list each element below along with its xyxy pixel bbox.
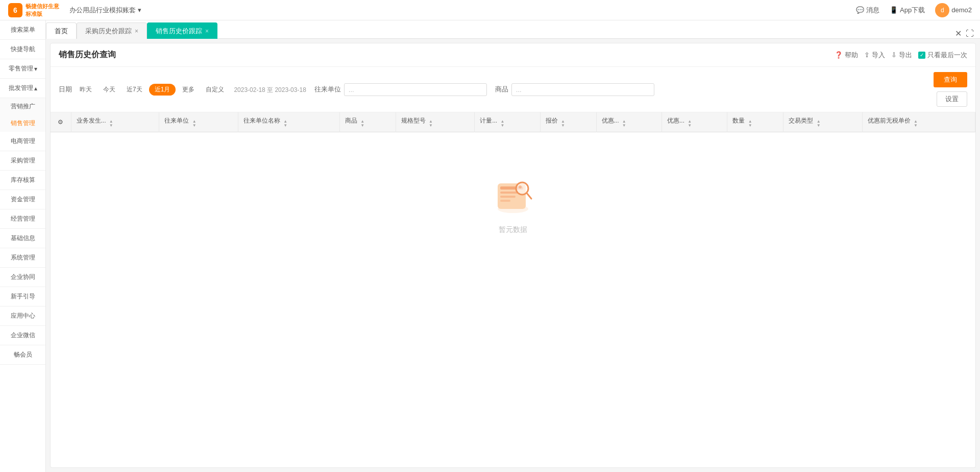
date-btn-yesterday[interactable]: 昨天: [75, 84, 96, 96]
close-tab-button[interactable]: ✕: [955, 29, 962, 38]
date-btn-7days[interactable]: 近7天: [122, 84, 147, 96]
sidebar-item-quick-nav[interactable]: 快捷导航: [0, 40, 45, 59]
sort-icon: ▲▼: [500, 120, 504, 128]
tab-close-sales-history[interactable]: ×: [205, 28, 209, 35]
page-content: 销售历史价查询 ❓ 帮助 ⇪ 导入 ⇩ 导出: [50, 43, 976, 468]
logo-area: 6 畅捷信好生意 标准版: [8, 3, 59, 17]
sort-icon: ▲▼: [192, 120, 197, 128]
date-btn-today[interactable]: 今天: [99, 84, 120, 96]
sidebar-item-marketing[interactable]: 营销推广: [0, 98, 45, 115]
import-button[interactable]: ⇪ 导入: [864, 51, 885, 60]
app-download-button[interactable]: 📱 App下载: [890, 6, 925, 15]
settings-button[interactable]: 设置: [937, 91, 967, 107]
sort-icon: ▲▼: [914, 120, 918, 128]
main-layout: 搜索菜单 快捷导航 零售管理 ▾ 批发管理 ▴ 营销推广 销售管理 电商管理 采…: [0, 20, 980, 472]
table-header-quantity[interactable]: 数量 ▲▼: [727, 112, 783, 132]
svg-line-7: [527, 193, 531, 199]
sidebar-item-search-menu[interactable]: 搜索菜单: [0, 20, 45, 40]
page-header-actions: ❓ 帮助 ⇪ 导入 ⇩ 导出 只看最后一次: [835, 51, 967, 60]
table-header-biz-date[interactable]: 业务发生... ▲▼: [71, 112, 159, 132]
sort-icon: ▲▼: [748, 120, 752, 128]
user-profile[interactable]: d demo2: [935, 3, 972, 17]
table-header-spec[interactable]: 规格型号 ▲▼: [396, 112, 474, 132]
date-btn-more[interactable]: 更多: [178, 84, 199, 96]
filter-actions: 查询 设置: [934, 72, 967, 107]
help-button[interactable]: ❓ 帮助: [835, 51, 858, 60]
sidebar-item-finance[interactable]: 资金管理: [0, 190, 45, 209]
app-selector[interactable]: 办公用品行业模拟账套 ▾: [69, 6, 141, 15]
table-header-goods[interactable]: 商品 ▲▼: [339, 112, 396, 132]
sidebar-item-system[interactable]: 系统管理: [0, 248, 45, 268]
sidebar-item-member[interactable]: 畅会员: [0, 345, 45, 365]
settings-icon: ⚙: [58, 119, 63, 126]
svg-rect-4: [500, 196, 516, 198]
table-header-partner-code[interactable]: 往来单位 ▲▼: [159, 112, 238, 132]
sort-icon: ▲▼: [360, 120, 364, 128]
sidebar-item-enterprise[interactable]: 企业协同: [0, 268, 45, 287]
table-header-settings[interactable]: ⚙: [51, 112, 71, 132]
topbar-left: 6 畅捷信好生意 标准版 办公用品行业模拟账套 ▾: [8, 3, 141, 17]
partner-label: 往来单位: [314, 85, 341, 94]
date-filter-group: 日期 昨天 今天 近7天 近1月 更多 自定义 2023-02-18 至 202…: [59, 84, 306, 96]
table-header-price[interactable]: 报价 ▲▼: [540, 112, 596, 132]
sidebar-item-basic-info[interactable]: 基础信息: [0, 229, 45, 248]
topbar: 6 畅捷信好生意 标准版 办公用品行业模拟账套 ▾ 💬 消息 📱 App下载 d…: [0, 0, 980, 20]
sort-icon: ▲▼: [283, 120, 287, 128]
svg-point-8: [519, 185, 522, 188]
sidebar-item-sales-mgmt[interactable]: 销售管理: [0, 115, 45, 132]
partner-filter-group: 往来单位 ...: [314, 83, 487, 96]
filter-bar: 日期 昨天 今天 近7天 近1月 更多 自定义 2023-02-18 至 202…: [51, 67, 975, 112]
checkbox-icon: [918, 52, 925, 59]
chevron-up-icon: ▴: [34, 85, 37, 92]
message-button[interactable]: 💬 消息: [856, 6, 879, 15]
page-header: 销售历史价查询 ❓ 帮助 ⇪ 导入 ⇩ 导出: [51, 43, 975, 67]
maximize-button[interactable]: ⛶: [966, 29, 974, 38]
sidebar-item-wechat[interactable]: 企业微信: [0, 326, 45, 345]
only-last-toggle[interactable]: 只看最后一次: [918, 51, 967, 60]
logo-icon: 6: [8, 3, 22, 17]
topbar-right: 💬 消息 📱 App下载 d demo2: [856, 3, 972, 17]
query-button[interactable]: 查询: [934, 72, 967, 87]
goods-filter-group: 商品 ...: [495, 83, 654, 96]
sidebar-item-inventory[interactable]: 库存核算: [0, 171, 45, 190]
tab-home[interactable]: 首页: [46, 22, 77, 39]
tab-close-purchase-history[interactable]: ×: [135, 28, 138, 35]
sort-icon: ▲▼: [109, 120, 113, 128]
tab-purchase-history[interactable]: 采购历史价跟踪 ×: [77, 22, 147, 39]
tab-sales-history[interactable]: 销售历史价跟踪 ×: [147, 22, 217, 39]
sidebar-item-wholesale[interactable]: 批发管理 ▴: [0, 79, 45, 98]
message-icon: 💬: [856, 6, 864, 14]
date-btn-1month[interactable]: 近1月: [149, 84, 176, 96]
tabbar-actions: ✕ ⛶: [949, 29, 980, 38]
page-title: 销售历史价查询: [59, 50, 116, 60]
sidebar-item-purchase[interactable]: 采购管理: [0, 151, 45, 171]
table-header-unit[interactable]: 计量... ▲▼: [475, 112, 540, 132]
download-icon: 📱: [890, 6, 898, 14]
svg-rect-5: [500, 200, 510, 202]
sort-icon: ▲▼: [561, 120, 565, 128]
table-header-discount1[interactable]: 优惠... ▲▼: [596, 112, 662, 132]
empty-state: 暂元数据: [51, 132, 975, 275]
goods-input[interactable]: ...: [511, 83, 654, 96]
table-header-discount2[interactable]: 优惠... ▲▼: [662, 112, 727, 132]
date-label: 日期: [59, 85, 72, 94]
chevron-down-icon: ▾: [34, 65, 37, 73]
table-container: ⚙ 业务发生... ▲▼ 往来单位 ▲▼ 往来单位名称: [51, 112, 975, 467]
table-header-trade-type[interactable]: 交易类型 ▲▼: [783, 112, 862, 132]
sidebar-item-retail[interactable]: 零售管理 ▾: [0, 59, 45, 79]
sidebar-item-app-center[interactable]: 应用中心: [0, 306, 45, 326]
help-icon: ❓: [835, 51, 843, 59]
export-icon: ⇩: [891, 51, 897, 59]
sort-icon: ▲▼: [622, 120, 626, 128]
goods-label: 商品: [495, 85, 508, 94]
table-header-pretax-price[interactable]: 优惠前无税单价 ▲▼: [862, 112, 975, 132]
sidebar-item-ecommerce[interactable]: 电商管理: [0, 132, 45, 151]
sidebar-item-guide[interactable]: 新手引导: [0, 287, 45, 306]
export-button[interactable]: ⇩ 导出: [891, 51, 912, 60]
date-btn-custom[interactable]: 自定义: [201, 84, 229, 96]
table-header-partner-name[interactable]: 往来单位名称 ▲▼: [238, 112, 339, 132]
table-header-row: ⚙ 业务发生... ▲▼ 往来单位 ▲▼ 往来单位名称: [51, 112, 975, 132]
partner-input[interactable]: ...: [344, 83, 487, 96]
sort-icon: ▲▼: [817, 120, 821, 128]
sidebar-item-operations[interactable]: 经营管理: [0, 209, 45, 229]
